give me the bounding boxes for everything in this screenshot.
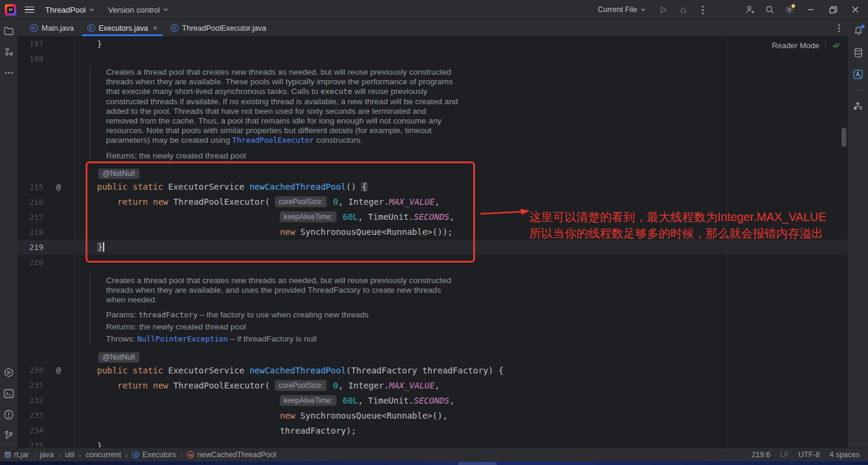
run-configuration-selector[interactable]: Current File xyxy=(596,4,649,16)
doc-link[interactable]: NullPointerException xyxy=(137,334,228,343)
database-icon[interactable] xyxy=(852,46,864,58)
annotation-line-2: 所以当你的线程数足够多的时候，那么就会报错内存溢出 xyxy=(529,225,826,242)
breadcrumb-rt.jar[interactable]: rt.jar xyxy=(5,451,29,459)
line-ending[interactable]: LF xyxy=(780,451,789,459)
line-number[interactable]: 220 xyxy=(17,258,43,267)
modules-structure-icon[interactable] xyxy=(852,100,864,112)
editor-line-232[interactable]: 232 keepAliveTime: 60L, TimeUnit.SECONDS… xyxy=(17,393,848,408)
git-branch-icon[interactable] xyxy=(3,429,15,442)
tab-label: Main.java xyxy=(42,24,74,33)
doc-line: that execute many short-lived asynchrono… xyxy=(106,87,848,96)
editor-line-215[interactable]: 215@public static ExecutorService newCac… xyxy=(17,179,848,195)
restore-icon[interactable] xyxy=(826,3,840,16)
editor-line-231[interactable]: 231 return new ThreadPoolExecutor( coreP… xyxy=(17,378,848,393)
code-text[interactable]: public static ExecutorService newCachedT… xyxy=(97,366,503,375)
external-annotation-chip[interactable]: @NotNull xyxy=(98,169,139,179)
line-number[interactable]: 230 xyxy=(17,366,43,375)
run-tool-window-icon[interactable] xyxy=(3,366,15,378)
debug-icon[interactable] xyxy=(678,4,688,15)
tab-Executors.java[interactable]: CExecutors.java× xyxy=(82,20,163,36)
code-text[interactable]: } xyxy=(97,39,102,49)
project-widget[interactable]: ThreadPool xyxy=(43,4,97,16)
ai-translate-icon[interactable] xyxy=(852,68,864,80)
doc-line: when needed. xyxy=(106,295,848,305)
editor-line-219[interactable]: 219} xyxy=(17,240,848,255)
editor-line-216[interactable]: 216 return new ThreadPoolExecutor( coreP… xyxy=(17,195,848,210)
project-name: ThreadPool xyxy=(45,5,86,14)
editor-line-234[interactable]: 234 threadFactory); xyxy=(17,423,848,438)
jar-icon xyxy=(5,452,11,458)
editor-line-235[interactable]: 235} xyxy=(17,438,848,448)
code-text[interactable]: threadFactory); xyxy=(97,426,356,435)
tab-ThreadPoolExecutor.java[interactable]: CThreadPoolExecutor.java xyxy=(165,20,272,36)
reader-mode-widget[interactable]: Reader Mode ✓✓ xyxy=(772,40,841,50)
editor-options-icon[interactable] xyxy=(838,20,848,36)
file-encoding[interactable]: UTF-8 xyxy=(799,451,820,459)
external-annotation-chip[interactable]: @NotNull xyxy=(98,352,139,363)
code-text[interactable]: new SynchronousQueue<Runnable>(), xyxy=(97,411,448,420)
annotation-line-1: 这里可以清楚的看到，最大线程数为Integer.MAX_VALUE xyxy=(529,209,826,225)
commit-icon[interactable] xyxy=(3,46,15,58)
code-text[interactable]: } xyxy=(97,441,102,448)
line-number[interactable]: 231 xyxy=(17,381,43,390)
breadcrumb-newCachedThreadPool[interactable]: mnewCachedThreadPool xyxy=(187,451,276,459)
taskbar-item xyxy=(458,462,497,465)
main-menu-icon[interactable] xyxy=(25,5,34,14)
minimize-icon[interactable] xyxy=(804,3,817,16)
chevron-down-icon xyxy=(89,7,95,13)
more-tool-windows-icon[interactable] xyxy=(3,67,15,79)
editor-scrollbar[interactable] xyxy=(841,128,846,147)
code-text[interactable]: keepAliveTime: 60L, TimeUnit.SECONDS, xyxy=(97,395,454,406)
line-number[interactable]: 233 xyxy=(17,411,43,420)
annotation-chip-row: @NotNull xyxy=(17,169,848,179)
run-icon[interactable] xyxy=(658,4,668,15)
code-text[interactable]: keepAliveTime: 60L, TimeUnit.SECONDS, xyxy=(97,211,454,222)
line-number[interactable]: 217 xyxy=(17,213,43,222)
close-icon[interactable] xyxy=(849,3,862,16)
editor-line-230[interactable]: 230@public static ExecutorService newCac… xyxy=(17,363,848,378)
editor-line-220[interactable]: 220 xyxy=(17,255,848,270)
line-number[interactable]: 218 xyxy=(17,228,43,237)
notifications-bell-icon[interactable] xyxy=(852,25,864,37)
settings-icon[interactable] xyxy=(784,4,795,15)
breadcrumb-java[interactable]: java xyxy=(40,451,54,459)
breadcrumb-util[interactable]: util xyxy=(65,451,75,459)
doc-link[interactable]: ThreadPoolExecutor xyxy=(232,136,313,145)
caret-position[interactable]: 219:6 xyxy=(752,451,770,459)
code-text[interactable]: return new ThreadPoolExecutor( corePoolS… xyxy=(97,196,440,207)
problems-icon[interactable] xyxy=(3,408,15,420)
code-text[interactable]: } xyxy=(97,242,104,252)
editor-line-198[interactable]: 198 xyxy=(17,51,848,66)
code-text[interactable]: new SynchronousQueue<Runnable>()); xyxy=(97,227,453,237)
terminal-icon[interactable] xyxy=(3,387,15,399)
breadcrumb-Executors[interactable]: CExecutors xyxy=(132,451,176,459)
search-icon[interactable] xyxy=(764,4,775,15)
vcs-widget[interactable]: Version control xyxy=(105,4,171,16)
line-number[interactable]: 198 xyxy=(17,54,43,63)
project-folder-icon[interactable] xyxy=(3,25,15,37)
line-number[interactable]: 215 xyxy=(17,183,43,192)
breadcrumb-concurrent[interactable]: concurrent xyxy=(86,451,121,459)
line-number[interactable]: 219 xyxy=(17,243,43,252)
editor-line-197[interactable]: 197} xyxy=(17,36,848,51)
rendered-javadoc: Creates a thread pool that creates new t… xyxy=(90,275,848,346)
indent-setting[interactable]: 4 spaces xyxy=(829,451,860,459)
tab-Main.java[interactable]: CMain.java xyxy=(25,20,80,36)
line-number[interactable]: 216 xyxy=(17,198,43,207)
more-vertical-icon[interactable] xyxy=(697,4,708,15)
close-tab-icon[interactable]: × xyxy=(153,23,157,33)
code-text[interactable]: public static ExecutorService newCachedT… xyxy=(97,182,368,192)
editor[interactable]: 197}198Creates a thread pool that create… xyxy=(17,36,848,448)
editor-line-233[interactable]: 233 new SynchronousQueue<Runnable>(), xyxy=(17,408,848,423)
add-user-icon[interactable] xyxy=(744,4,755,15)
doc-meta-line: Throws: NullPointerException – if thread… xyxy=(106,334,848,344)
stripe-divider xyxy=(852,90,864,90)
intellij-logo-icon: IJ xyxy=(5,4,16,16)
inspections-ok-icon[interactable]: ✓✓ xyxy=(832,41,841,50)
line-number[interactable]: 234 xyxy=(17,426,43,435)
line-number[interactable]: 235 xyxy=(17,441,43,448)
line-number[interactable]: 232 xyxy=(17,396,43,405)
chevron-down-icon xyxy=(640,7,646,13)
code-text[interactable]: return new ThreadPoolExecutor( corePoolS… xyxy=(97,380,440,391)
line-number[interactable]: 197 xyxy=(17,39,43,48)
